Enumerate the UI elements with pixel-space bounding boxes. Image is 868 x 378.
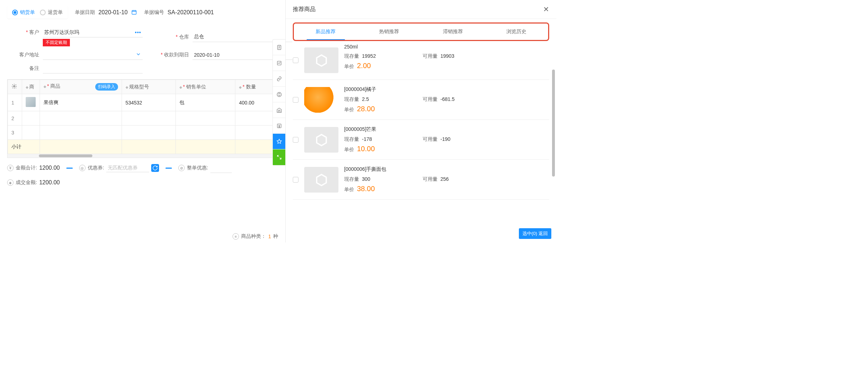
selected-return-button[interactable]: 选中(0) 返回 bbox=[519, 228, 552, 239]
item-image: ⬡ bbox=[304, 127, 338, 153]
tab-return-order[interactable]: 退货单 bbox=[40, 9, 63, 16]
avail-label: 可用量 bbox=[423, 176, 438, 183]
price-value: 28.00 bbox=[357, 105, 375, 113]
chart-icon[interactable] bbox=[273, 55, 286, 71]
deal-label: 成交金额: bbox=[16, 179, 37, 186]
warehouse-label: 仓库 bbox=[157, 34, 189, 40]
deal-value: 1200.00 bbox=[39, 179, 60, 186]
panel-title: 推荐商品 bbox=[293, 6, 316, 13]
row-unit[interactable] bbox=[175, 111, 235, 126]
avail-label: 可用量 bbox=[423, 136, 438, 143]
refresh-icon[interactable] bbox=[151, 164, 159, 172]
customer-input[interactable]: 苏州万达沃尔玛 ••• bbox=[43, 27, 143, 37]
col-product[interactable]: ◆* 商品扫码录入 bbox=[40, 80, 122, 94]
recommend-tab[interactable]: 滞销推荐 bbox=[421, 26, 485, 38]
chevron-down-icon[interactable] bbox=[136, 51, 141, 58]
vertical-scrollbar[interactable] bbox=[552, 70, 555, 177]
scan-input-button[interactable]: 扫码录入 bbox=[95, 83, 118, 91]
row-product[interactable]: 果倍爽 bbox=[40, 94, 122, 111]
notes-icon[interactable] bbox=[273, 40, 286, 55]
deal-icon: ◈ bbox=[7, 179, 14, 186]
row-number: 3 bbox=[8, 126, 22, 140]
price-label: 单价 bbox=[344, 107, 354, 113]
avail-label: 可用量 bbox=[423, 53, 438, 60]
row-unit[interactable] bbox=[175, 126, 235, 140]
tab-sale-order[interactable]: 销货单 bbox=[12, 9, 35, 16]
row-image-cell[interactable] bbox=[22, 94, 40, 111]
radio-icon bbox=[12, 10, 18, 15]
item-name: [0000006]手撕面包 bbox=[344, 166, 549, 173]
col-spec[interactable]: ◆规格型号 bbox=[122, 80, 175, 94]
due-date-value: 2020-01-10 bbox=[194, 52, 220, 58]
row-unit[interactable]: 包 bbox=[175, 94, 235, 111]
star-icon[interactable] bbox=[273, 134, 286, 149]
row-image-cell[interactable] bbox=[22, 111, 40, 126]
checkbox[interactable] bbox=[293, 97, 298, 103]
table-row[interactable]: 3 bbox=[8, 126, 278, 140]
ellipsis-icon[interactable]: ••• bbox=[135, 30, 141, 35]
exchange-icon[interactable] bbox=[273, 87, 286, 102]
doc-date-value[interactable]: 2020-01-10 bbox=[98, 9, 128, 16]
link-icon[interactable] bbox=[273, 71, 286, 87]
amount-total: ¥ 金额合计: 1200.00 bbox=[7, 165, 60, 171]
warehouse-icon[interactable] bbox=[273, 102, 286, 118]
address-input[interactable] bbox=[43, 50, 143, 60]
item-image bbox=[304, 87, 338, 113]
recommend-list[interactable]: ⬡ 250ml 现存量19952 可用量19903 单价 2.00 [00000… bbox=[286, 41, 556, 242]
recommend-item[interactable]: ⬡ 250ml 现存量19952 可用量19903 单价 2.00 bbox=[293, 41, 549, 80]
whole-discount: ⊘ 整单优惠: bbox=[178, 163, 232, 173]
gear-header[interactable] bbox=[8, 80, 22, 94]
item-name: [0000005]芒果 bbox=[344, 126, 549, 133]
checkbox[interactable] bbox=[293, 137, 298, 143]
tab-sale-label: 销货单 bbox=[20, 9, 35, 16]
row-qty[interactable]: 400.00 bbox=[235, 94, 278, 111]
minus-icon bbox=[66, 168, 73, 169]
col-qty[interactable]: ◆* 数量 bbox=[235, 80, 278, 94]
amount-value: 1200.00 bbox=[39, 165, 60, 171]
doc-date-field: 单据日期 2020-01-10 bbox=[75, 9, 137, 16]
currency-icon[interactable] bbox=[273, 118, 286, 134]
account-period-tag: 不固定账期 bbox=[43, 39, 70, 46]
row-qty[interactable] bbox=[235, 111, 278, 126]
close-icon[interactable]: ✕ bbox=[543, 5, 549, 14]
item-name: 250ml bbox=[344, 44, 549, 50]
warehouse-row: 仓库 总仓 bbox=[157, 27, 292, 46]
row-spec[interactable] bbox=[122, 126, 175, 140]
recommend-tab[interactable]: 浏览历史 bbox=[485, 26, 548, 38]
row-product[interactable] bbox=[40, 111, 122, 126]
expand-icon[interactable] bbox=[273, 149, 286, 165]
whole-discount-input[interactable] bbox=[210, 163, 232, 173]
price-value: 2.00 bbox=[357, 62, 371, 70]
recommend-item[interactable]: ⬡ [0000005]芒果 现存量-178 可用量-190 单价 10.00 bbox=[293, 120, 549, 160]
price-value: 38.00 bbox=[357, 185, 375, 193]
checkbox[interactable] bbox=[293, 57, 298, 63]
recommend-tab[interactable]: 热销推荐 bbox=[357, 26, 421, 38]
avail-value: 256 bbox=[440, 176, 449, 183]
kind-count: 1 bbox=[268, 234, 271, 239]
col-image[interactable]: ◆商 bbox=[22, 80, 40, 94]
horizontal-scrollbar[interactable] bbox=[7, 154, 278, 158]
remark-input[interactable] bbox=[43, 63, 143, 73]
avail-label: 可用量 bbox=[423, 96, 438, 103]
calendar-icon[interactable] bbox=[131, 9, 137, 16]
recommend-tab[interactable]: 新品推荐 bbox=[294, 26, 357, 38]
row-product[interactable] bbox=[40, 126, 122, 140]
price-label: 单价 bbox=[344, 187, 354, 193]
recommend-item[interactable]: ⬡ [0000006]手撕面包 现存量300 可用量256 单价 38.00 bbox=[293, 160, 549, 200]
row-spec[interactable] bbox=[122, 111, 175, 126]
recommend-item[interactable]: [0000004]橘子 现存量2.5 可用量-681.5 单价 28.00 bbox=[293, 80, 549, 120]
side-toolbar bbox=[272, 39, 285, 165]
remark-label: 备注 bbox=[7, 65, 39, 72]
coupon-input[interactable]: 无匹配优惠券 bbox=[106, 164, 149, 172]
doc-no-label: 单据编号 bbox=[144, 9, 164, 16]
list-icon: ≡ bbox=[233, 233, 239, 240]
row-spec[interactable]: 534532 bbox=[122, 94, 175, 111]
col-unit[interactable]: ◆* 销售单位 bbox=[175, 80, 235, 94]
row-image-cell[interactable] bbox=[22, 126, 40, 140]
row-qty[interactable] bbox=[235, 126, 278, 140]
doc-no-value: SA-20200110-001 bbox=[168, 9, 214, 16]
table-row[interactable]: 2 bbox=[8, 111, 278, 126]
table-row[interactable]: 1 果倍爽 534532 包 400.00 bbox=[8, 94, 278, 111]
checkbox[interactable] bbox=[293, 177, 298, 183]
order-type-row: 销货单 退货单 单据日期 2020-01-10 单据编号 SA-20200110… bbox=[7, 4, 278, 24]
